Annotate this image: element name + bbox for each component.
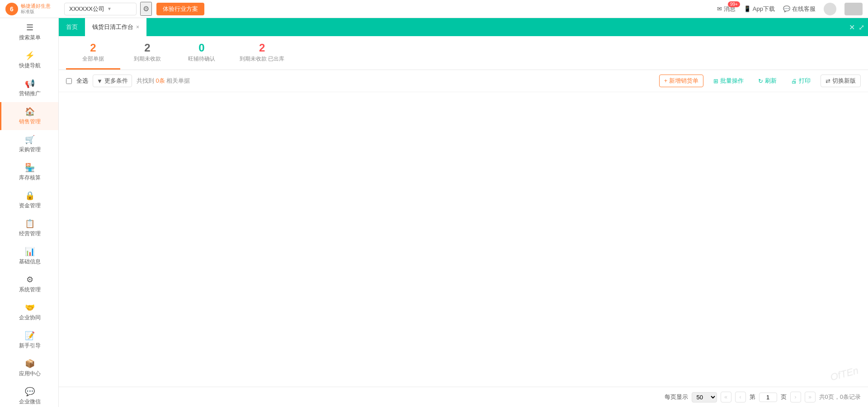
service-icon: 💬 bbox=[783, 5, 790, 12]
sidebar-item-label: 营销推广 bbox=[19, 90, 41, 98]
chevron-down-icon: ▼ bbox=[107, 6, 112, 11]
sidebar-item-basic-info[interactable]: 📊 基础信息 bbox=[0, 242, 58, 270]
sidebar: ☰ 搜索菜单 ⚡ 快捷导航 📢 营销推广 🏠 销售管理 🛒 采购管理 🏪 库存核… bbox=[0, 18, 59, 407]
page-input[interactable] bbox=[759, 393, 777, 402]
found-count: 0条 bbox=[156, 77, 165, 84]
print-icon: 🖨 bbox=[791, 78, 797, 84]
tab-home[interactable]: 首页 bbox=[59, 18, 85, 36]
per-page-label: 每页显示 bbox=[665, 393, 688, 401]
avatar[interactable] bbox=[824, 3, 836, 15]
sys-mgmt-icon: ⚙ bbox=[26, 275, 33, 285]
stat-tab-overdue-unpaid[interactable]: 2 到期未收款 bbox=[120, 36, 175, 70]
add-sales-button[interactable]: + 新增销货单 bbox=[659, 75, 703, 87]
messages-button[interactable]: ✉ 消息 99+ bbox=[717, 5, 736, 13]
stat-number-overdue-unshipped: 2 bbox=[259, 42, 265, 54]
more-conditions-button[interactable]: ▼ 更多条件 bbox=[93, 75, 132, 87]
enterprise-wechat-icon: 💬 bbox=[25, 387, 35, 397]
purchase-icon: 🛒 bbox=[25, 135, 35, 145]
pagination: 每页显示 20 50 100 « ‹ 第 页 › » 共0页，0条记录 bbox=[59, 387, 868, 407]
logo-area: 6 畅捷通好生意 标准版 bbox=[5, 3, 64, 15]
main-content: 首页 钱货日清工作台 × ✕ ⤢ 2 全部单据 2 到期未收款 0 bbox=[59, 18, 868, 407]
message-icon: ✉ bbox=[717, 5, 722, 12]
stat-tab-overdue-unshipped[interactable]: 2 到期未收款 已出库 bbox=[229, 36, 295, 70]
tab-minimize-icon[interactable]: ✕ bbox=[849, 23, 855, 32]
prev-page-button[interactable]: ‹ bbox=[735, 392, 746, 402]
stat-number-all: 2 bbox=[90, 42, 96, 54]
stat-tab-all[interactable]: 2 全部单据 bbox=[66, 36, 120, 70]
sidebar-item-new-guide[interactable]: 📝 新手引导 bbox=[0, 326, 58, 354]
per-page-select[interactable]: 20 50 100 bbox=[692, 392, 717, 402]
refresh-button[interactable]: ↻ 刷新 bbox=[754, 75, 781, 87]
sidebar-item-enterprise-coop[interactable]: 🤝 企业协同 bbox=[0, 298, 58, 326]
stat-number-overdue-unpaid: 2 bbox=[144, 42, 150, 54]
sidebar-item-label: 应用中心 bbox=[19, 370, 41, 378]
stat-label-all: 全部单据 bbox=[82, 55, 104, 63]
filter-icon: ▼ bbox=[97, 78, 103, 84]
sidebar-item-quick-nav[interactable]: ⚡ 快捷导航 bbox=[0, 46, 58, 74]
switch-icon: ⇄ bbox=[826, 78, 830, 84]
stat-label-wangwang: 旺辅待确认 bbox=[188, 55, 215, 63]
marketing-icon: 📢 bbox=[25, 79, 35, 89]
sidebar-item-app-center[interactable]: 📦 应用中心 bbox=[0, 354, 58, 382]
sidebar-item-sys-mgmt[interactable]: ⚙ 系统管理 bbox=[0, 270, 58, 298]
sidebar-item-label: 快捷导航 bbox=[19, 62, 41, 70]
online-service-button[interactable]: 💬 在线客服 bbox=[783, 5, 816, 13]
sidebar-item-search-menu[interactable]: ☰ 搜索菜单 bbox=[0, 18, 58, 46]
sales-mgmt-icon: 🏠 bbox=[25, 107, 35, 117]
sidebar-item-purchase-mgmt[interactable]: 🛒 采购管理 bbox=[0, 130, 58, 158]
trial-button[interactable]: 体验行业方案 bbox=[156, 3, 204, 15]
stats-bar: 2 全部单据 2 到期未收款 0 旺辅待确认 2 到期未收款 已出库 bbox=[59, 36, 868, 70]
logo-text: 畅捷通好生意 标准版 bbox=[21, 3, 51, 14]
header-right: ✉ 消息 99+ 📱 App下载 💬 在线客服 bbox=[717, 3, 863, 15]
settings-button[interactable]: ⚙ bbox=[140, 2, 152, 16]
tab-bar-right: ✕ ⤢ bbox=[849, 23, 868, 32]
sidebar-item-label: 搜索菜单 bbox=[19, 34, 41, 42]
page-label-end: 页 bbox=[781, 393, 787, 401]
stat-tab-wangwang[interactable]: 0 旺辅待确认 bbox=[175, 36, 229, 70]
sidebar-item-sales-mgmt[interactable]: 🏠 销售管理 bbox=[0, 102, 58, 130]
inventory-icon: 🏪 bbox=[25, 163, 35, 173]
sidebar-item-enterprise-wechat[interactable]: 💬 企业微信 bbox=[0, 382, 58, 407]
batch-ops-button[interactable]: ⊞ 批量操作 bbox=[709, 75, 748, 87]
messages-badge: 99+ bbox=[728, 1, 740, 7]
app-center-icon: 📦 bbox=[25, 359, 35, 369]
stat-number-wangwang: 0 bbox=[198, 42, 204, 54]
stat-label-overdue-unshipped: 到期未收款 已出库 bbox=[240, 55, 284, 63]
table-area bbox=[59, 92, 868, 387]
enterprise-coop-icon: 🤝 bbox=[25, 303, 35, 313]
tab-close-icon[interactable]: × bbox=[136, 24, 139, 30]
sidebar-item-marketing[interactable]: 📢 营销推广 bbox=[0, 74, 58, 102]
sidebar-item-capital-mgmt[interactable]: 🔒 资金管理 bbox=[0, 186, 58, 214]
capital-icon: 🔒 bbox=[25, 191, 35, 201]
last-page-button[interactable]: » bbox=[805, 392, 816, 402]
tab-maximize-icon[interactable]: ⤢ bbox=[859, 23, 864, 32]
app-download-button[interactable]: 📱 App下载 bbox=[744, 5, 775, 13]
new-guide-icon: 📝 bbox=[25, 331, 35, 341]
toolbar: 全选 ▼ 更多条件 共找到 0条 相关单据 + 新增销货单 ⊞ 批量操作 bbox=[59, 70, 868, 92]
avatar-2[interactable] bbox=[844, 3, 863, 15]
select-all-label: 全选 bbox=[76, 77, 88, 85]
sidebar-item-inventory[interactable]: 🏪 库存核算 bbox=[0, 158, 58, 186]
switch-version-button[interactable]: ⇄ 切换新版 bbox=[821, 75, 861, 87]
select-all-checkbox[interactable] bbox=[66, 78, 72, 84]
next-page-button[interactable]: › bbox=[790, 392, 801, 402]
sidebar-item-ops-mgmt[interactable]: 📋 经营管理 bbox=[0, 214, 58, 242]
page-total-info: 共0页，0条记录 bbox=[819, 393, 861, 401]
sidebar-item-label: 资金管理 bbox=[19, 202, 41, 210]
sidebar-item-label: 新手引导 bbox=[19, 342, 41, 350]
print-button[interactable]: 🖨 打印 bbox=[787, 75, 815, 87]
first-page-button[interactable]: « bbox=[721, 392, 731, 402]
tab-active[interactable]: 钱货日清工作台 × bbox=[85, 18, 146, 36]
sidebar-item-label: 销售管理 bbox=[19, 118, 41, 126]
sidebar-item-label: 经营管理 bbox=[19, 230, 41, 238]
company-selector[interactable]: XXXXXX公司 ▼ bbox=[64, 3, 137, 15]
quick-nav-icon: ⚡ bbox=[25, 51, 35, 61]
page-label: 第 bbox=[750, 393, 755, 401]
tab-bar: 首页 钱货日清工作台 × ✕ ⤢ bbox=[59, 18, 868, 36]
sidebar-item-label: 库存核算 bbox=[19, 174, 41, 182]
sidebar-item-label: 系统管理 bbox=[19, 286, 41, 294]
sidebar-item-label: 基础信息 bbox=[19, 258, 41, 266]
basic-info-icon: 📊 bbox=[25, 247, 35, 257]
company-name: XXXXXX公司 bbox=[69, 5, 104, 13]
sidebar-item-label: 企业微信 bbox=[19, 398, 41, 406]
